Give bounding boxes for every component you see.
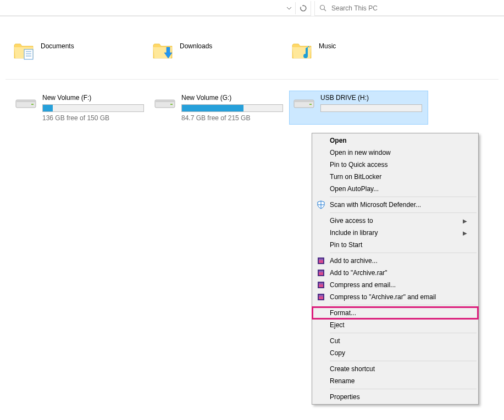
menu-item-label: Properties xyxy=(330,393,360,401)
menu-separator xyxy=(330,361,477,361)
drive-capacity-bar xyxy=(320,104,422,112)
content-area: Documents Downloads Music xyxy=(0,16,504,125)
svg-rect-2 xyxy=(24,49,33,59)
menu-item-label: Include in library xyxy=(330,229,378,237)
menu-item-label: Open AutoPlay... xyxy=(330,185,379,193)
menu-item-include-in-library[interactable]: Include in library▶ xyxy=(313,227,477,239)
drive-info: New Volume (F:) 136 GB free of 150 GB xyxy=(42,93,146,122)
rar-icon xyxy=(317,268,325,277)
folders-section: Documents Downloads Music xyxy=(5,16,499,80)
menu-separator xyxy=(330,333,477,333)
menu-item-cut[interactable]: Cut xyxy=(313,335,477,347)
menu-item-label: Copy xyxy=(330,349,345,357)
svg-rect-23 xyxy=(319,283,323,284)
menu-separator xyxy=(330,212,477,213)
svg-rect-7 xyxy=(16,100,36,102)
defender-icon xyxy=(317,200,325,209)
submenu-arrow-icon: ▶ xyxy=(463,230,467,236)
drive-capacity-bar xyxy=(181,104,283,112)
search-input[interactable] xyxy=(330,4,504,13)
menu-item-label: Create shortcut xyxy=(330,365,375,373)
svg-rect-11 xyxy=(170,104,173,105)
menu-item-open[interactable]: Open xyxy=(313,135,477,147)
music-folder-icon xyxy=(291,41,313,60)
menu-item-create-shortcut[interactable]: Create shortcut xyxy=(313,363,477,375)
menu-item-label: Add to archive... xyxy=(330,257,378,265)
drive-g[interactable]: New Volume (G:) 84.7 GB free of 215 GB xyxy=(150,91,289,125)
menu-item-copy[interactable]: Copy xyxy=(313,347,477,359)
menu-item-compress-and-email[interactable]: Compress and email... xyxy=(313,279,477,291)
svg-rect-14 xyxy=(309,104,312,105)
drive-capacity-fill xyxy=(43,105,53,111)
menu-item-add-to-archive[interactable]: Add to archive... xyxy=(313,255,477,267)
refresh-icon xyxy=(300,5,307,12)
drive-f[interactable]: New Volume (F:) 136 GB free of 150 GB xyxy=(11,91,150,125)
menu-separator xyxy=(330,389,477,389)
search-box[interactable] xyxy=(314,1,504,16)
menu-separator xyxy=(330,305,477,305)
context-menu: OpenOpen in new windowPin to Quick acces… xyxy=(312,133,479,405)
folder-label: Documents xyxy=(41,41,74,51)
svg-rect-26 xyxy=(319,295,323,296)
svg-line-1 xyxy=(324,9,326,12)
menu-item-open-in-new-window[interactable]: Open in new window xyxy=(313,147,477,159)
svg-rect-10 xyxy=(155,100,175,102)
chevron-down-icon xyxy=(287,7,291,10)
history-dropdown-button[interactable] xyxy=(283,2,295,14)
menu-item-open-autoplay[interactable]: Open AutoPlay... xyxy=(313,183,477,195)
address-bar[interactable] xyxy=(0,1,311,16)
svg-rect-20 xyxy=(319,271,323,272)
menu-item-add-to-archive-rar[interactable]: Add to "Archive.rar" xyxy=(313,267,477,279)
menu-separator xyxy=(330,197,477,197)
menu-item-label: Give access to xyxy=(330,217,373,225)
menu-item-label: Compress to "Archive.rar" and email xyxy=(330,293,436,301)
menu-item-label: Eject xyxy=(330,321,345,329)
folder-downloads[interactable]: Downloads xyxy=(150,38,289,63)
menu-item-label: Open in new window xyxy=(330,149,391,156)
svg-point-0 xyxy=(320,5,325,10)
svg-rect-8 xyxy=(31,104,34,105)
folder-documents[interactable]: Documents xyxy=(11,38,150,63)
menu-item-label: Compress and email... xyxy=(330,281,396,289)
drive-icon xyxy=(154,97,176,114)
documents-folder-icon xyxy=(13,41,35,60)
refresh-button[interactable] xyxy=(295,2,311,14)
menu-item-label: Cut xyxy=(330,337,340,345)
folder-label: Downloads xyxy=(180,41,212,51)
drive-free-text: 136 GB free of 150 GB xyxy=(42,114,146,122)
toolbar xyxy=(0,0,504,16)
menu-item-label: Scan with Microsoft Defender... xyxy=(330,201,421,209)
menu-item-compress-to-archive-rar-and-email[interactable]: Compress to "Archive.rar" and email xyxy=(313,291,477,303)
menu-item-rename[interactable]: Rename xyxy=(313,375,477,387)
svg-rect-13 xyxy=(294,100,314,102)
search-icon xyxy=(319,4,327,12)
menu-item-scan-with-microsoft-defender[interactable]: Scan with Microsoft Defender... xyxy=(313,199,477,211)
folder-label: Music xyxy=(319,41,336,51)
drive-icon xyxy=(15,97,37,114)
downloads-folder-icon xyxy=(152,41,174,60)
drives-section: New Volume (F:) 136 GB free of 150 GB Ne… xyxy=(5,80,499,125)
rar-icon xyxy=(317,293,325,301)
menu-separator xyxy=(330,253,477,253)
drive-name: New Volume (G:) xyxy=(181,93,285,102)
menu-item-pin-to-start[interactable]: Pin to Start xyxy=(313,239,477,251)
drive-name: New Volume (F:) xyxy=(42,93,146,102)
menu-item-properties[interactable]: Properties xyxy=(313,391,477,403)
menu-item-eject[interactable]: Eject xyxy=(313,319,477,331)
svg-rect-17 xyxy=(319,259,323,260)
menu-item-give-access-to[interactable]: Give access to▶ xyxy=(313,215,477,227)
rar-icon xyxy=(317,281,325,289)
menu-item-pin-to-quick-access[interactable]: Pin to Quick access xyxy=(313,159,477,171)
submenu-arrow-icon: ▶ xyxy=(463,218,467,224)
menu-item-label: Add to "Archive.rar" xyxy=(330,269,387,277)
drive-info: USB DRIVE (H:) xyxy=(320,93,424,114)
menu-item-label: Rename xyxy=(330,377,355,385)
menu-item-format[interactable]: Format... xyxy=(313,307,477,319)
menu-item-turn-on-bitlocker[interactable]: Turn on BitLocker xyxy=(313,171,477,183)
folder-music[interactable]: Music xyxy=(289,38,428,63)
menu-item-label: Pin to Start xyxy=(330,241,362,249)
rar-icon xyxy=(317,256,325,265)
drive-icon xyxy=(293,97,315,114)
menu-item-label: Format... xyxy=(330,309,356,317)
drive-h[interactable]: USB DRIVE (H:) xyxy=(289,91,428,125)
